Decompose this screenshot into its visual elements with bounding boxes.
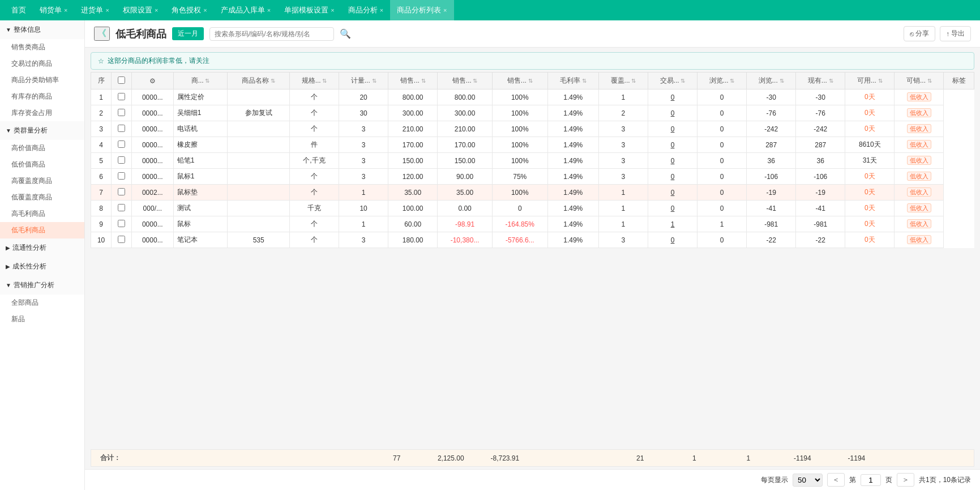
col-code[interactable]: 商... [173,73,228,90]
nav-purchase[interactable]: 进货单× [74,0,115,20]
cell-check[interactable] [112,169,132,185]
col-current[interactable]: 现有... [796,73,845,90]
row-checkbox[interactable] [118,140,125,148]
col-price[interactable]: 销售... [438,73,493,90]
cell-browse1[interactable]: 0 [648,169,697,185]
col-gross[interactable]: 毛利率 [547,73,598,90]
row-checkbox[interactable] [118,93,125,100]
cell-check[interactable] [112,232,132,248]
table-row: 4 0000... 橡皮擦 件 3 170.00 170.00 100% 1.4… [91,137,974,153]
prev-page-button[interactable]: ＜ [827,473,845,487]
nav-home[interactable]: 首页 [5,0,33,20]
close-icon[interactable]: × [331,7,334,14]
export-button[interactable]: ↑ 导出 [940,26,971,41]
nav-permission[interactable]: 权限设置× [116,0,165,20]
collapse-sidebar-button[interactable]: 《 [94,27,110,41]
sidebar-item-高毛利商品[interactable]: 高毛利商品 [0,206,84,222]
sidebar-item-高价值商品[interactable]: 高价值商品 [0,140,84,156]
cell-browse1[interactable]: 0 [648,137,697,153]
col-browse1[interactable]: 浏览... [697,73,747,90]
cell-check[interactable] [112,201,132,216]
cell-browse1[interactable]: 0 [648,153,697,169]
sidebar-item-商品分类助销率[interactable]: 商品分类助销率 [0,72,84,88]
sidebar-group-整体信息[interactable]: ▼ 整体信息 [0,20,84,39]
cell-check[interactable] [112,185,132,201]
nav-role[interactable]: 角色授权× [165,0,213,20]
sidebar-group-类群量分析[interactable]: ▼ 类群量分析 [0,121,84,140]
sidebar-item-低覆盖度商品[interactable]: 低覆盖度商品 [0,189,84,206]
row-checkbox[interactable] [118,156,125,164]
row-checkbox[interactable] [118,172,125,180]
per-page-select[interactable]: 50 100 [793,474,823,487]
cell-code: 000/... [131,201,173,216]
close-icon[interactable]: × [267,7,271,14]
select-all-checkbox[interactable] [118,76,125,84]
cell-browse1[interactable]: 0 [648,201,697,216]
col-settings[interactable]: ⚙ [131,73,173,90]
col-spec[interactable]: 规格... [290,73,339,90]
sidebar-item-交易过的商品[interactable]: 交易过的商品 [0,56,84,72]
col-amount[interactable]: 销售... [492,73,547,90]
cell-browse1[interactable]: 0 [648,121,697,137]
sidebar-item-低毛利商品[interactable]: 低毛利商品 [0,222,84,238]
nav-product-entry[interactable]: 产成品入库单× [214,0,277,20]
sidebar-item-高覆盖度商品[interactable]: 高覆盖度商品 [0,173,84,189]
table-container[interactable]: 序 ⚙ 商... 商品名称 规格... 计量... 销售... 销售... 销售… [91,72,974,449]
nav-product-analysis-list[interactable]: 商品分析列表× [390,0,453,20]
cell-browse1[interactable]: 0 [648,185,697,201]
close-icon[interactable]: × [64,7,67,14]
cell-check[interactable] [112,216,132,232]
col-cover[interactable]: 覆盖... [598,73,648,90]
row-checkbox[interactable] [118,125,125,132]
nav-sales[interactable]: 销货单× [33,0,74,20]
cell-browse1[interactable]: 0 [648,105,697,121]
share-button[interactable]: ⎋ 分享 [904,26,935,41]
close-icon[interactable]: × [443,7,447,14]
cell-browse1[interactable]: 0 [648,90,697,105]
cell-browse1[interactable]: 1 [648,216,697,232]
sidebar-item-销售类商品[interactable]: 销售类商品 [0,39,84,56]
cell-browse1[interactable]: 0 [648,232,697,248]
row-checkbox[interactable] [118,204,125,211]
cell-check[interactable] [112,121,132,137]
sidebar-group-流通性分析[interactable]: ▶ 流通性分析 [0,238,84,257]
close-icon[interactable]: × [155,7,158,14]
row-checkbox[interactable] [118,188,125,195]
row-checkbox[interactable] [118,220,125,227]
close-icon[interactable]: × [203,7,207,14]
sidebar-item-库存资金占用[interactable]: 库存资金占用 [0,105,84,121]
cell-cover: 1.49% [547,232,598,248]
cell-code: 0000... [131,232,173,248]
nav-template[interactable]: 单据模板设置× [277,0,341,20]
col-salable[interactable]: 可销... [895,73,944,90]
col-browse2[interactable]: 浏览... [747,73,796,90]
sidebar-group-营销推广分析[interactable]: ▼ 营销推广分析 [0,276,84,295]
next-page-button[interactable]: ＞ [897,473,914,487]
cell-check[interactable] [112,105,132,121]
col-check[interactable] [112,73,132,90]
chevron-down-icon: ▼ [6,282,11,288]
search-button[interactable]: 🔍 [340,28,351,39]
sidebar-item-有库存的商品[interactable]: 有库存的商品 [0,88,84,105]
row-checkbox[interactable] [118,236,125,243]
cell-unit: 千克 [290,201,339,216]
sidebar-item-新品[interactable]: 新品 [0,311,84,327]
cell-check[interactable] [112,90,132,105]
search-input[interactable] [209,27,334,41]
row-checkbox[interactable] [118,109,125,116]
col-qty[interactable]: 销售... [388,73,438,90]
date-filter-button[interactable]: 近一月 [172,27,204,40]
page-number-input[interactable] [861,474,881,486]
sidebar-item-低价值商品[interactable]: 低价值商品 [0,156,84,173]
sidebar-group-成长性分析[interactable]: ▶ 成长性分析 [0,257,84,276]
col-name[interactable]: 商品名称 [228,73,290,90]
close-icon[interactable]: × [105,7,109,14]
close-icon[interactable]: × [380,7,383,14]
cell-check[interactable] [112,153,132,169]
col-available[interactable]: 可用... [845,73,895,90]
cell-check[interactable] [112,137,132,153]
sidebar-item-全部商品[interactable]: 全部商品 [0,295,84,311]
col-unit[interactable]: 计量... [339,73,388,90]
col-trade[interactable]: 交易... [648,73,697,90]
nav-product-analysis[interactable]: 商品分析× [341,0,390,20]
